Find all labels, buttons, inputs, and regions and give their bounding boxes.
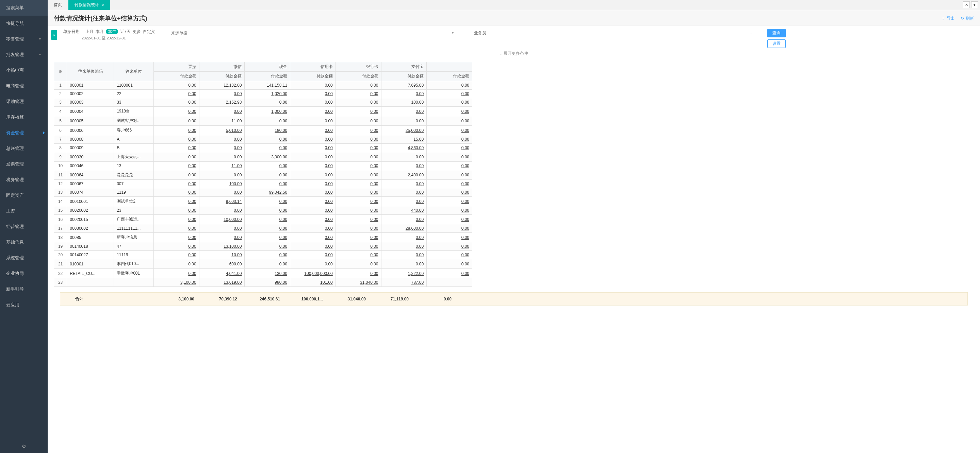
sidebar-item-11[interactable]: 税务管理 xyxy=(0,172,48,188)
amount-cell[interactable]: 0.00 xyxy=(427,233,472,242)
amount-cell[interactable]: 0.00 xyxy=(245,162,290,170)
amount-cell[interactable]: 28,600.00 xyxy=(381,224,427,233)
amount-cell[interactable]: 0.00 xyxy=(153,269,199,278)
amount-cell[interactable]: 0.00 xyxy=(381,116,427,126)
tab-1[interactable]: 付款情况统计× xyxy=(68,0,110,10)
amount-cell[interactable]: 5,010.00 xyxy=(199,126,245,135)
amount-cell[interactable]: 141,158.11 xyxy=(245,81,290,90)
amount-cell[interactable]: 1,020.00 xyxy=(245,90,290,98)
amount-cell[interactable]: 0.00 xyxy=(381,90,427,98)
amount-cell[interactable]: 0.00 xyxy=(245,224,290,233)
amount-cell[interactable]: 0.00 xyxy=(336,170,381,180)
tab-0[interactable]: 首页 xyxy=(48,0,68,10)
date-opt-2[interactable]: 本年 xyxy=(106,29,118,34)
amount-cell[interactable]: 0.00 xyxy=(290,116,336,126)
amount-cell[interactable]: 0.00 xyxy=(427,197,472,206)
amount-cell[interactable]: 787.00 xyxy=(381,278,427,287)
amount-cell[interactable]: 0.00 xyxy=(427,170,472,180)
amount-cell[interactable]: 0.00 xyxy=(381,242,427,251)
amount-cell[interactable]: 0.00 xyxy=(427,206,472,215)
query-button[interactable]: 查询 xyxy=(767,29,786,37)
amount-cell[interactable]: 15.00 xyxy=(381,135,427,144)
amount-cell[interactable]: 11.00 xyxy=(199,162,245,170)
sidebar-item-3[interactable]: 批发管理▼ xyxy=(0,47,48,63)
sidebar-item-9[interactable]: 总账管理 xyxy=(0,141,48,156)
amount-cell[interactable]: 13,619.00 xyxy=(199,278,245,287)
sidebar-item-17[interactable]: 企业协同 xyxy=(0,266,48,281)
amount-cell[interactable]: 0.00 xyxy=(336,81,381,90)
amount-cell[interactable]: 980.00 xyxy=(245,278,290,287)
amount-cell[interactable]: 0.00 xyxy=(153,135,199,144)
amount-cell[interactable]: 0.00 xyxy=(427,242,472,251)
amount-cell[interactable]: 0.00 xyxy=(199,188,245,197)
amount-cell[interactable]: 0.00 xyxy=(336,242,381,251)
amount-cell[interactable]: 0.00 xyxy=(153,242,199,251)
amount-cell[interactable]: 0.00 xyxy=(427,180,472,188)
amount-cell[interactable]: 0.00 xyxy=(245,135,290,144)
amount-cell[interactable]: 0.00 xyxy=(336,126,381,135)
amount-cell[interactable]: 31,040.00 xyxy=(336,278,381,287)
sidebar-item-13[interactable]: 工资 xyxy=(0,203,48,219)
sidebar-item-8[interactable]: 资金管理 xyxy=(0,125,48,141)
sidebar-item-6[interactable]: 采购管理 xyxy=(0,94,48,109)
amount-cell[interactable]: 0.00 xyxy=(245,197,290,206)
gear-icon[interactable]: ⚙ xyxy=(22,443,26,449)
amount-cell[interactable]: 0.00 xyxy=(245,116,290,126)
collapse-handle[interactable]: » xyxy=(51,30,57,40)
amount-cell[interactable]: 0.00 xyxy=(290,98,336,107)
amount-cell[interactable]: 130.00 xyxy=(245,269,290,278)
table-settings-icon[interactable]: ⚙ xyxy=(54,62,67,81)
amount-cell[interactable]: 0.00 xyxy=(153,144,199,152)
date-opt-5[interactable]: 自定义 xyxy=(143,29,155,34)
amount-cell[interactable]: 0.00 xyxy=(290,144,336,152)
amount-cell[interactable]: 0.00 xyxy=(153,259,199,269)
amount-cell[interactable]: 0.00 xyxy=(336,144,381,152)
amount-cell[interactable]: 0.00 xyxy=(153,162,199,170)
amount-cell[interactable]: 0.00 xyxy=(427,162,472,170)
amount-cell[interactable]: 0.00 xyxy=(199,233,245,242)
amount-cell[interactable]: 0.00 xyxy=(290,224,336,233)
amount-cell[interactable]: 0.00 xyxy=(381,251,427,259)
amount-cell[interactable]: 0.00 xyxy=(336,152,381,162)
amount-cell[interactable]: 0.00 xyxy=(336,233,381,242)
amount-cell[interactable]: 0.00 xyxy=(336,107,381,116)
amount-cell[interactable]: 0.00 xyxy=(245,215,290,224)
amount-cell[interactable]: 0.00 xyxy=(199,224,245,233)
amount-cell[interactable]: 0.00 xyxy=(336,224,381,233)
amount-cell[interactable]: 0.00 xyxy=(290,180,336,188)
amount-cell[interactable]: 0.00 xyxy=(290,259,336,269)
amount-cell[interactable]: 0.00 xyxy=(245,233,290,242)
amount-cell[interactable]: 10.00 xyxy=(199,251,245,259)
amount-cell[interactable]: 0.00 xyxy=(153,81,199,90)
amount-cell[interactable]: 4,041.00 xyxy=(199,269,245,278)
sidebar-item-19[interactable]: 云应用 xyxy=(0,297,48,313)
amount-cell[interactable]: 9,603.14 xyxy=(199,197,245,206)
amount-cell[interactable]: 2,400.00 xyxy=(381,170,427,180)
expand-more-bar[interactable]: ⌄展开更多条件 xyxy=(48,49,980,60)
amount-cell[interactable]: 0.00 xyxy=(153,90,199,98)
amount-cell[interactable]: 0.00 xyxy=(336,90,381,98)
amount-cell[interactable]: 0.00 xyxy=(153,126,199,135)
amount-cell[interactable]: 25,000.00 xyxy=(381,126,427,135)
amount-cell[interactable]: 0.00 xyxy=(153,98,199,107)
sidebar-item-1[interactable]: 快捷导航 xyxy=(0,16,48,31)
amount-cell[interactable]: 4,860.00 xyxy=(381,144,427,152)
sidebar-item-14[interactable]: 经营管理 xyxy=(0,219,48,234)
sidebar-item-10[interactable]: 发票管理 xyxy=(0,156,48,172)
sidebar-item-16[interactable]: 系统管理 xyxy=(0,250,48,266)
amount-cell[interactable]: 0.00 xyxy=(199,107,245,116)
sidebar-item-4[interactable]: 小畅电商 xyxy=(0,63,48,78)
tab-more-button[interactable]: ▾ xyxy=(971,2,978,8)
date-opt-1[interactable]: 本月 xyxy=(95,29,104,34)
amount-cell[interactable]: 0.00 xyxy=(427,81,472,90)
amount-cell[interactable]: 0.00 xyxy=(336,197,381,206)
amount-cell[interactable]: 0.00 xyxy=(336,98,381,107)
amount-cell[interactable]: 0.00 xyxy=(336,188,381,197)
amount-cell[interactable]: 0.00 xyxy=(153,251,199,259)
amount-cell[interactable]: 1,222.00 xyxy=(381,269,427,278)
amount-cell[interactable]: 0.00 xyxy=(153,180,199,188)
export-link[interactable]: ⭳导出 xyxy=(941,16,955,21)
amount-cell[interactable]: 0.00 xyxy=(427,152,472,162)
date-opt-0[interactable]: 上月 xyxy=(86,29,94,34)
amount-cell[interactable]: 0.00 xyxy=(381,152,427,162)
